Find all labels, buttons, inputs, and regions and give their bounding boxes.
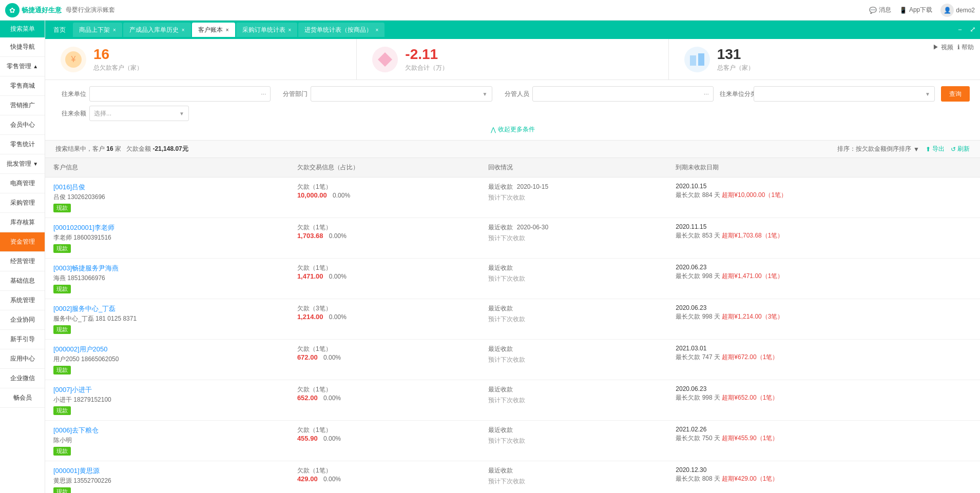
tab-maximize-icon[interactable]: ⤢ — [968, 24, 978, 35]
owe-pct-0: 0.00% — [333, 192, 350, 199]
sidebar-item-retail-mgmt[interactable]: 零售管理 ▲ — [0, 57, 45, 76]
sidebar-item-member-vip[interactable]: 畅会员 — [0, 388, 45, 408]
sidebar-item-app-center[interactable]: 应用中心 — [0, 349, 45, 369]
table-row: [0002]服务中心_丁磊 服务中心_丁磊 181 0125 8371 现款 欠… — [45, 299, 980, 340]
help-icon: ℹ — [957, 44, 960, 51]
next-collect-4: 预计下次收款 — [488, 356, 660, 364]
balance-select[interactable]: 选择... ▼ — [89, 106, 189, 121]
overdue-link-1[interactable]: 超期¥1,703.68（1笔） — [722, 232, 783, 239]
dept-select[interactable]: ▼ — [311, 86, 492, 102]
owe-label-1: 欠款（1笔） — [297, 223, 472, 232]
sidebar-item-retail-stats[interactable]: 零售统计 — [0, 135, 45, 154]
customer-name-4[interactable]: [000002]用户2050 — [53, 345, 281, 354]
sidebar-item-enterprise-coop[interactable]: 企业协同 — [0, 310, 45, 330]
customer-name-6[interactable]: [0006]去下粮仓 — [53, 426, 281, 435]
video-action[interactable]: ▶ 视频 — [933, 43, 953, 52]
tab-home-label: 首页 — [53, 26, 66, 34]
help-action[interactable]: ℹ 帮助 — [957, 43, 974, 52]
customer-name-1[interactable]: [0001020001]李老师 — [53, 223, 281, 232]
tab-close-icon[interactable]: × — [375, 27, 378, 33]
overdue-link-3[interactable]: 超期¥1,214.00（3笔） — [722, 313, 783, 320]
sidebar-item-marketing[interactable]: 营销推广 — [0, 96, 45, 115]
tab-customer-account[interactable]: 客户账本 × — [192, 23, 235, 37]
customer-name-5[interactable]: [0007]小进干 — [53, 385, 281, 395]
max-overdue-6: 最长欠款 750 天 超期¥455.90（1笔） — [676, 434, 972, 443]
tab-minimize-icon[interactable]: － — [954, 24, 966, 35]
overdue-link-6[interactable]: 超期¥455.90（1笔） — [722, 435, 778, 442]
sidebar-item-label: 基础信息 — [10, 277, 35, 284]
td-owe-info-4: 欠款（1笔） 672.00 0.00% — [289, 340, 480, 380]
message-action[interactable]: 💬 消息 — [869, 6, 891, 14]
tab-home[interactable]: 首页 — [47, 23, 72, 37]
user-area[interactable]: 👤 demo2 — [940, 4, 975, 17]
owe-label-2: 欠款（1笔） — [297, 264, 472, 272]
due-date-0: 2020.10.15 — [676, 183, 972, 190]
filter-balance-label: 往来余额 — [55, 109, 86, 118]
export-button[interactable]: ⬆ 导出 — [926, 145, 945, 153]
tab-close-icon[interactable]: × — [289, 27, 292, 33]
overdue-link-5[interactable]: 超期¥652.00（1笔） — [722, 394, 778, 401]
sidebar-item-quick-nav[interactable]: 快捷导航 — [0, 37, 45, 57]
sidebar-item-new-guide[interactable]: 新手引导 — [0, 330, 45, 349]
sidebar-item-retail-mall[interactable]: 零售商城 — [0, 76, 45, 96]
owe-amount-0: 10,000.00 — [297, 191, 327, 199]
sidebar-item-label: 快捷导航 — [10, 43, 35, 50]
owe-pct-2: 0.00% — [329, 273, 347, 280]
sidebar-item-label: 经营管理 — [10, 258, 35, 265]
customer-name-0[interactable]: [0016]吕俊 — [53, 183, 281, 192]
tab-close-icon[interactable]: × — [182, 27, 185, 33]
sidebar-item-batch-mgmt[interactable]: 批发管理 ▼ — [0, 154, 45, 174]
collapse-button[interactable]: ⋀ 收起更多条件 — [491, 125, 535, 134]
sidebar-item-ops-mgmt[interactable]: 经营管理 — [0, 252, 45, 271]
tab-close-icon[interactable]: × — [226, 27, 229, 33]
owe-label-5: 欠款（1笔） — [297, 385, 472, 394]
stat-label-debt-customers: 总欠款客户（家） — [93, 64, 143, 72]
tab-product-history[interactable]: 产成品入库单历史 × — [123, 23, 191, 37]
sidebar-item-finance-mgmt[interactable]: 资金管理 — [0, 232, 45, 252]
max-overdue-7: 最长欠款 808 天 超期¥429.00（1笔） — [676, 475, 972, 483]
tab-close-icon[interactable]: × — [113, 27, 116, 33]
sidebar-item-label: 零售管理 — [7, 63, 31, 70]
owe-pct-6: 0.00% — [323, 435, 341, 442]
unit-type-select[interactable]: ▼ — [754, 86, 935, 102]
next-collect-6: 预计下次收款 — [488, 437, 660, 445]
sidebar-item-inventory[interactable]: 库存核算 — [0, 213, 45, 232]
sidebar-item-label: 零售统计 — [10, 141, 35, 148]
sidebar-item-purchase-mgmt[interactable]: 采购管理 — [0, 193, 45, 213]
app-download-action[interactable]: 📱 App下载 — [899, 6, 932, 14]
search-button[interactable]: 查询 — [941, 86, 970, 102]
td-owe-info-3: 欠款（3笔） 1,214.00 0.00% — [289, 299, 480, 340]
main-content: ¥ 16 总欠款客户（家） -2.11 欠款合计（万） — [45, 39, 980, 493]
sidebar-item-ecommerce[interactable]: 电商管理 — [0, 174, 45, 193]
stat-debt-amount: -2.11 欠款合计（万） — [357, 39, 668, 80]
refresh-button[interactable]: ↺ 刷新 — [951, 145, 970, 153]
overdue-link-2[interactable]: 超期¥1,471.00（1笔） — [722, 272, 783, 280]
customer-phone-4: 用户2050 18665062050 — [53, 355, 281, 364]
sidebar-search[interactable]: 搜索菜单 — [0, 21, 45, 37]
tab-purchase-stats[interactable]: 进货单统计表（按商品） × — [298, 23, 385, 37]
td-customer-info-5: [0007]小进干 小进干 18279152100 现款 — [45, 380, 289, 421]
sidebar-item-sys-mgmt[interactable]: 系统管理 — [0, 291, 45, 310]
overdue-link-0[interactable]: 超期¥10,000.00（1笔） — [722, 191, 787, 199]
sidebar-item-member-center[interactable]: 会员中心 — [0, 115, 45, 135]
sidebar-item-basic-info[interactable]: 基础信息 — [0, 271, 45, 291]
td-collect-status-1: 最近收款2020-06-30 预计下次收款 — [480, 218, 668, 259]
sidebar-item-enterprise-wechat[interactable]: 企业微信 — [0, 369, 45, 388]
manager-input[interactable]: ··· — [532, 86, 714, 102]
tab-product-off[interactable]: 商品上下架 × — [73, 23, 122, 37]
data-table: 客户信息 欠款交易信息（占比） 回收情况 到期未收款日期 [0016]吕俊 吕俊… — [45, 158, 980, 493]
tag-now-0: 现款 — [53, 204, 71, 212]
chevron-up-icon: ⋀ — [491, 126, 496, 133]
customer-name-7[interactable]: [000001]黄思源 — [53, 466, 281, 476]
message-label: 消息 — [879, 6, 891, 14]
latest-collect-5: 最近收款 — [488, 385, 660, 394]
sort-select[interactable]: 排序：按欠款金额倒序排序 ▼ — [837, 145, 919, 153]
td-customer-info-2: [0003]畅捷服务尹海燕 海燕 18513066976 现款 — [45, 259, 289, 299]
due-date-3: 2020.06.23 — [676, 304, 972, 311]
overdue-link-4[interactable]: 超期¥672.00（1笔） — [722, 353, 778, 361]
from-unit-input[interactable]: ··· — [89, 86, 271, 102]
overdue-link-7[interactable]: 超期¥429.00（1笔） — [722, 475, 778, 482]
customer-name-3[interactable]: [0002]服务中心_丁磊 — [53, 304, 281, 313]
customer-name-2[interactable]: [0003]畅捷服务尹海燕 — [53, 264, 281, 273]
tab-purchase-order[interactable]: 采购订单统计表 × — [236, 23, 298, 37]
